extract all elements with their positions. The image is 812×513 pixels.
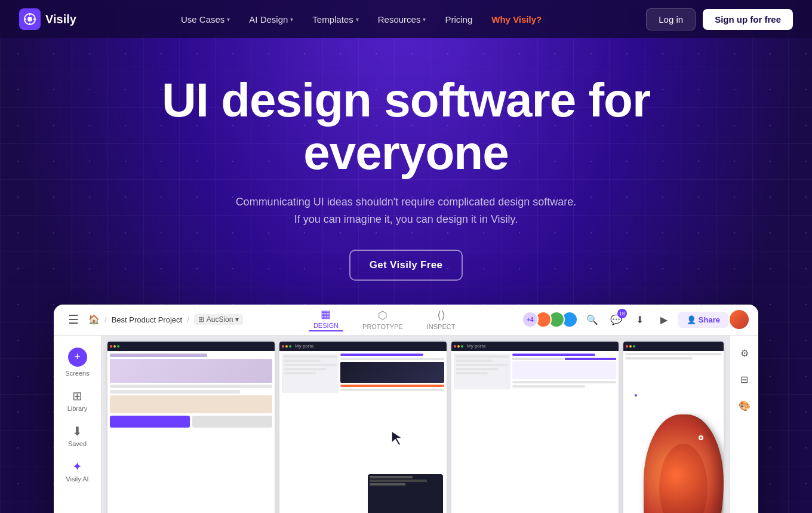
saved-icon: ⬇ [72,424,82,438]
navbar: Visily Use Cases ▾ AI Design ▾ Templates… [0,0,812,38]
search-button[interactable]: 🔍 [583,310,602,329]
sidebar-item-visily-ai[interactable]: ✦ Visily AI [57,454,98,487]
inspect-icon: ⟨⟩ [437,309,445,322]
app-body: + Screens ⊞ Library ⬇ Saved ✦ Visily AI [54,336,758,513]
cta-button[interactable]: Get Visily Free [349,250,463,281]
nav-link-pricing[interactable]: Pricing [436,10,481,29]
home-icon: 🏠 [88,314,100,325]
palette-icon[interactable]: 🎨 [734,395,755,417]
breadcrumb-project: Best Product Project [112,315,183,324]
chevron-down-icon: ▾ [227,16,230,23]
nav-links: Use Cases ▾ AI Design ▾ Templates ▾ Reso… [173,10,550,29]
login-button[interactable]: Log in [646,8,696,30]
library-icon: ⊞ [72,389,82,403]
tab-design[interactable]: ▦ DESIGN [309,308,343,331]
nav-link-why-visily[interactable]: Why Visily? [483,10,550,29]
comment-count: 18 [617,309,627,318]
chevron-down-icon: ▾ [290,16,293,23]
screen-thumb-4 [623,342,724,513]
app-screenshot: ☰ 🏠 / Best Product Project / ⊞ AucSion ▾… [54,305,758,513]
logo-icon [19,8,41,30]
play-button[interactable]: ▶ [654,310,673,329]
hero-section: UI design software for everyone Communic… [0,0,812,513]
chevron-down-icon: ▾ [356,16,359,23]
nav-link-templates[interactable]: Templates ▾ [304,10,367,29]
tab-inspect[interactable]: ⟨⟩ INSPECT [422,309,460,330]
sidebar-item-saved[interactable]: ⬇ Saved [57,419,98,452]
nav-link-resources[interactable]: Resources ▾ [370,10,435,29]
user-avatar[interactable] [730,310,749,329]
file-badge[interactable]: ⊞ AucSion ▾ [194,314,244,325]
sidebar-item-screens[interactable]: + Screens [57,343,98,382]
screen-thumb-2: My porta [279,342,447,513]
logo-link[interactable]: Visily [19,8,76,30]
add-screen-icon: + [68,348,87,367]
download-button[interactable]: ⬇ [630,310,650,329]
adjust-icon[interactable]: ⚙ [734,343,755,364]
hero-subtitle: Communicating UI ideas shouldn't require… [122,193,690,228]
logo-text: Visily [45,13,76,26]
design-icon: ▦ [321,308,331,321]
chevron-down-icon: ▾ [423,16,426,23]
comment-button[interactable]: 💬 18 [607,310,626,329]
app-topbar: ☰ 🏠 / Best Product Project / ⊞ AucSion ▾… [54,305,758,336]
layers-icon[interactable]: ⊟ [734,369,755,391]
screen-thumb-1: 2160 [107,342,275,513]
hero-content: UI design software for everyone Communic… [107,38,705,305]
ai-icon: ✦ [72,459,82,474]
svg-point-1 [27,17,32,21]
sidebar-item-library[interactable]: ⊞ Library [57,384,98,417]
screen-thumb-3: My porta [451,342,619,513]
nav-link-ai-design[interactable]: AI Design ▾ [241,10,302,29]
app-topbar-right: +4 🔍 💬 18 ⬇ ▶ 👤 Share [525,310,749,329]
share-button[interactable]: 👤 Share [678,312,728,328]
3d-object [644,414,724,513]
menu-icon[interactable]: ☰ [63,308,84,331]
avatar-count: +4 [522,311,539,328]
tab-prototype[interactable]: ⬡ PROTOTYPE [358,309,408,330]
pin-1 [633,393,638,398]
prototype-icon: ⬡ [378,309,387,322]
nav-link-use-cases[interactable]: Use Cases ▾ [173,10,238,29]
app-sidebar: + Screens ⊞ Library ⬇ Saved ✦ Visily AI [54,336,102,513]
signup-button[interactable]: Sign up for free [703,9,793,30]
dark-card [368,474,443,513]
breadcrumb-separator: / [104,315,107,324]
app-tabs: ▦ DESIGN ⬡ PROTOTYPE ⟨⟩ INSPECT [250,308,518,331]
avatar-group: +4 [525,311,578,328]
cursor-icon [390,430,405,449]
nav-actions: Log in Sign up for free [646,8,793,30]
canvas-area: 2160 My porta [102,336,730,513]
app-right-panel: ⚙ ⊟ 🎨 [730,336,758,513]
app-topbar-left: ☰ 🏠 / Best Product Project / ⊞ AucSion ▾ [63,308,243,331]
hero-title: UI design software for everyone [122,74,690,179]
breadcrumb-separator-2: / [187,315,189,324]
